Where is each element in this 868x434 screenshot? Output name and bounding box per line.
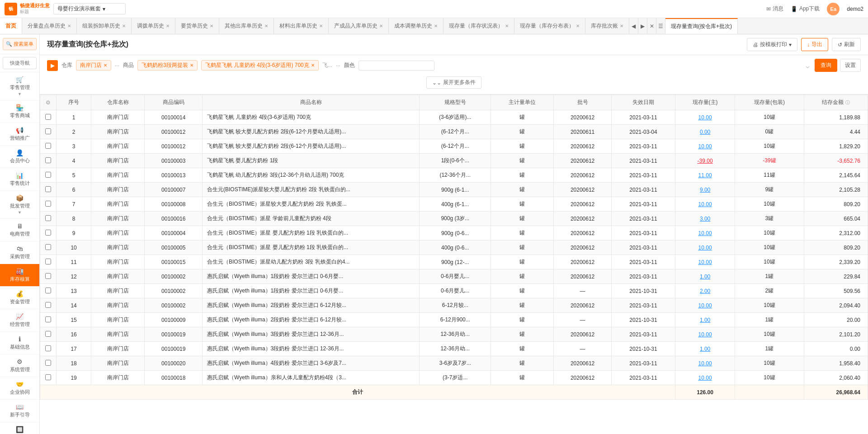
tab-other-outbound[interactable]: 其他出库单历史 ✕	[219, 18, 274, 34]
expand-conditions-btn[interactable]: ⌄⌄ 展开更多条件	[426, 76, 481, 89]
tab-product-in[interactable]: 产成品入库单历史 ✕	[329, 18, 389, 34]
tab-current-active[interactable]: 现存量查询(按仓库+批次)	[665, 18, 738, 34]
tab-stock-dist[interactable]: 现存量（库存分布表） ✕	[514, 18, 585, 34]
sidebar-item-shop[interactable]: 🏪 零售商城	[0, 100, 39, 123]
tab-menu-btn[interactable]: ☰	[656, 18, 665, 34]
close-icon[interactable]: ✕	[379, 24, 383, 28]
cell-stock-main[interactable]: 10.00	[675, 241, 735, 255]
sidebar-item-retail[interactable]: 🛒 零售管理 ▼	[0, 72, 39, 100]
cell-checkbox[interactable]	[40, 298, 57, 313]
cell-checkbox[interactable]	[40, 356, 57, 371]
sidebar-item-finance[interactable]: 💰 资金管理	[0, 287, 39, 309]
cell-stock-main[interactable]: 0.00	[675, 125, 735, 139]
cell-stock-main[interactable]: 10.00	[675, 139, 735, 154]
tab-mix-order[interactable]: 调拨单历史 ✕	[132, 18, 175, 34]
cell-checkbox[interactable]	[40, 313, 57, 327]
cell-checkbox[interactable]	[40, 371, 57, 385]
close-icon[interactable]: ✕	[620, 24, 623, 28]
cell-checkbox[interactable]	[40, 255, 57, 269]
tab-combo-disassemble[interactable]: 组装拆卸单历史 ✕	[77, 18, 132, 34]
settings-btn[interactable]: 设置	[840, 59, 861, 72]
sidebar-item-wholesale[interactable]: 📦 批发管理 ▼	[0, 191, 39, 219]
filter-expand-icon[interactable]: ⌄	[804, 61, 811, 71]
cell-stock-main[interactable]: 10.00	[675, 371, 735, 385]
sidebar-item-enterprise[interactable]: 🤝 企业协同	[0, 377, 39, 400]
product-tag-1-close[interactable]: ✕	[190, 63, 193, 68]
refresh-btn[interactable]: ↺ 刷新	[832, 38, 861, 51]
warehouse-tag-close[interactable]: ✕	[104, 63, 107, 68]
cell-checkbox[interactable]	[40, 342, 57, 356]
cell-checkbox[interactable]	[40, 327, 57, 342]
product-tag-1[interactable]: 飞鹤奶粉3段两提装 ✕	[137, 60, 198, 71]
tab-cost-adjust[interactable]: 成本调整单历史 ✕	[389, 18, 443, 34]
cell-stock-main[interactable]: 10.00	[675, 226, 735, 241]
search-menu-btn[interactable]: 🔍 搜索菜单	[3, 38, 37, 50]
cell-checkbox[interactable]	[40, 284, 57, 298]
sidebar-item-operations[interactable]: 📈 经营管理	[0, 309, 39, 332]
app-download-btn[interactable]: 📱 App下载	[791, 5, 820, 13]
tab-split-inventory[interactable]: 分量盘点单历史 ✕	[22, 18, 77, 34]
cell-checkbox[interactable]	[40, 125, 57, 139]
cell-stock-main[interactable]: 1.00	[675, 313, 735, 327]
cell-stock-main[interactable]: 10.00	[675, 327, 735, 342]
cell-stock-main[interactable]: 9.00	[675, 183, 735, 197]
sidebar-item-stats[interactable]: 📊 零售统计	[0, 168, 39, 191]
cell-checkbox[interactable]	[40, 154, 57, 168]
cell-stock-main[interactable]: 1.00	[675, 269, 735, 284]
sidebar-item-appcenter[interactable]: 🔲 应用中心	[0, 422, 39, 434]
cell-stock-main[interactable]: 10.00	[675, 298, 735, 313]
cell-stock-main[interactable]: 11.00	[675, 168, 735, 183]
sidebar-item-purchase[interactable]: 🛍 采购管理	[0, 241, 39, 264]
cell-checkbox[interactable]	[40, 269, 57, 284]
close-icon[interactable]: ✕	[505, 24, 509, 28]
cell-stock-main[interactable]: 3.00	[675, 212, 735, 226]
cell-stock-main[interactable]: 1.00	[675, 342, 735, 356]
product-more-dots[interactable]: ···	[336, 62, 340, 69]
cell-stock-main[interactable]: 2.00	[675, 284, 735, 298]
product-tag-2[interactable]: 飞鹤星飞帆 儿童奶粉 4段(3-6岁适用) 700克 ✕	[201, 60, 319, 71]
close-icon[interactable]: ✕	[576, 24, 580, 28]
message-btn[interactable]: ✉ 消息	[766, 5, 783, 13]
settings-icon[interactable]: ⚙	[46, 99, 51, 106]
cell-checkbox[interactable]	[40, 139, 57, 154]
warehouse-more[interactable]: ···	[115, 62, 119, 69]
tab-pickup-order[interactable]: 要货单历史 ✕	[175, 18, 219, 34]
tab-close-btn[interactable]: ✕	[647, 18, 656, 34]
sidebar-item-marketing[interactable]: 📢 营销推广	[0, 123, 39, 146]
cell-checkbox[interactable]	[40, 212, 57, 226]
industry-select[interactable]: 母婴行业演示账套 ▾	[53, 3, 126, 14]
tab-batch-account[interactable]: 库存批次账 ✕	[585, 18, 629, 34]
sidebar-item-basic[interactable]: ℹ 基础信息	[0, 332, 39, 354]
filter-toggle-btn[interactable]: ▶	[47, 60, 58, 71]
cell-stock-main[interactable]: 10.00	[675, 197, 735, 212]
product-tag-2-close[interactable]: ✕	[311, 63, 315, 68]
close-icon[interactable]: ✕	[264, 24, 268, 28]
balance-info-icon[interactable]: ⓘ	[845, 100, 850, 105]
warehouse-tag[interactable]: 南岸门店 ✕	[76, 60, 111, 71]
print-btn[interactable]: 🖨 按模板打印 ▾	[747, 38, 797, 51]
cell-checkbox[interactable]	[40, 241, 57, 255]
sidebar-item-system[interactable]: ⚙ 系统管理	[0, 354, 39, 377]
close-icon[interactable]: ✕	[122, 24, 126, 28]
col-settings[interactable]: ⚙	[40, 95, 57, 110]
sidebar-item-guide[interactable]: 📖 新手引导	[0, 400, 39, 422]
tab-home[interactable]: 首页	[0, 18, 22, 34]
close-icon[interactable]: ✕	[210, 24, 213, 28]
tab-material-out[interactable]: 材料出库单历史 ✕	[274, 18, 329, 34]
query-btn[interactable]: 查询	[815, 59, 837, 72]
sidebar-item-member[interactable]: 👤 会员中心	[0, 146, 39, 168]
cell-stock-main[interactable]: 10.00	[675, 356, 735, 371]
sidebar-item-inventory[interactable]: 🏭 库存核算	[0, 264, 39, 287]
close-icon[interactable]: ✕	[166, 24, 170, 28]
cell-stock-main[interactable]: -39.00	[675, 154, 735, 168]
cell-checkbox[interactable]	[40, 197, 57, 212]
quick-nav-btn[interactable]: 快捷导航	[3, 57, 37, 69]
tab-stock-status[interactable]: 现存量（库存状况表） ✕	[443, 18, 514, 34]
tab-prev-btn[interactable]: ◀	[629, 18, 638, 34]
color-input[interactable]	[359, 61, 434, 71]
cell-checkbox[interactable]	[40, 183, 57, 197]
cell-checkbox[interactable]	[40, 110, 57, 125]
cell-checkbox[interactable]	[40, 226, 57, 241]
avatar[interactable]: Ea	[827, 3, 840, 15]
close-icon[interactable]: ✕	[67, 24, 71, 28]
